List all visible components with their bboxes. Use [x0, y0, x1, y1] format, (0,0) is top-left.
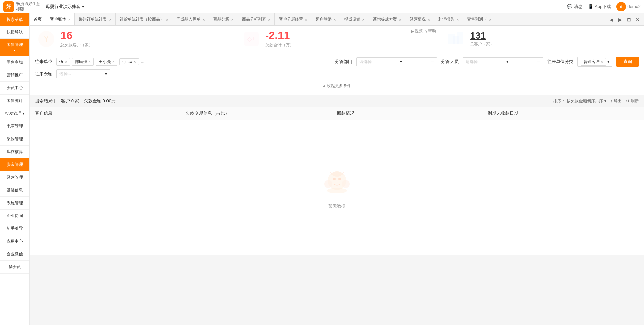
svg-point-14 [342, 180, 350, 188]
sidebar-item-vip-member[interactable]: 畅会员 [0, 261, 29, 274]
tab-close-icon[interactable]: × [68, 17, 70, 22]
sidebar-item-retail-stats[interactable]: 零售统计 [0, 95, 29, 107]
sidebar-item-ecommerce[interactable]: 电商管理 [0, 120, 29, 133]
sort-select[interactable]: 排序： 按欠款金额倒序排序 ▾ [553, 98, 606, 104]
tab-profit-report[interactable]: 利润报告 × [434, 13, 463, 26]
sidebar-item-inventory[interactable]: 库存核算 [0, 146, 29, 158]
tab-customer-contact[interactable]: 客户联络 × [311, 13, 340, 26]
filter-tag-unit1[interactable]: 伍 × [56, 58, 70, 66]
tab-close-icon[interactable]: × [399, 17, 401, 22]
tab-product-analysis-list[interactable]: 商品分析列表 × [238, 13, 274, 26]
empty-text: 暂无数据 [328, 203, 346, 209]
tab-close-icon[interactable]: × [109, 17, 111, 22]
col-owe-info: 欠款交易信息（占比） [186, 110, 337, 116]
stat-help: ▶ 视频 ? 帮助 [411, 28, 436, 34]
avatar: d [616, 2, 626, 11]
tab-close-icon[interactable]: × [231, 17, 233, 22]
sub-dept-select[interactable]: 请选择 ▾ ··· [356, 57, 437, 66]
content-area: 首页 客户账本 × 采购订单统计表 × 进货单统计表（按商品） × 产成品入库单… [30, 26, 644, 312]
chevron-down-icon: ▾ [607, 59, 609, 64]
total-customers-label: 总客户（家） [470, 41, 494, 47]
tab-close-all-btn[interactable]: ✕ [634, 16, 641, 23]
stat-owe-customers-values: 16 总欠款客户（家） [60, 30, 93, 48]
balance-select[interactable]: 选择... ▾ [56, 69, 110, 78]
message-btn[interactable]: 💬 消息 [567, 4, 583, 10]
chevron-down-icon: ▾ [14, 49, 15, 52]
tab-next-btn[interactable]: ▶ [616, 16, 624, 23]
sidebar-item-biz-wechat[interactable]: 企业微信 [0, 248, 29, 261]
tab-close-icon[interactable]: × [305, 17, 307, 22]
tab-retail-profit[interactable]: 零售利润（ × [463, 13, 496, 26]
tab-purchase-stats[interactable]: 采购订单统计表 × [75, 13, 115, 26]
sidebar-search-btn[interactable]: 搜索菜单 [0, 13, 29, 26]
filter-row-unit: 往来单位 伍 × 陈民强 × 王小亮 × cjttcw × ... [35, 57, 639, 67]
tab-close-icon[interactable]: × [428, 17, 430, 22]
tab-customer-accounts[interactable]: 客户账本 × [46, 13, 75, 26]
filter-tag-unit3[interactable]: 王小亮 × [96, 58, 117, 66]
tag-close-icon[interactable]: × [601, 60, 603, 64]
tab-close-icon[interactable]: × [268, 17, 270, 22]
tag-close-icon[interactable]: × [112, 60, 114, 64]
tab-close-icon[interactable]: × [166, 17, 168, 22]
sidebar-item-basic-info[interactable]: 基础信息 [0, 184, 29, 197]
sub-manager-select[interactable]: 请选择 ▾ ··· [463, 57, 543, 66]
chevron-down-icon: ▾ [506, 59, 508, 64]
sidebar-item-retail-mgmt[interactable]: 零售管理 ▾ [0, 39, 29, 56]
tab-inbound-stats[interactable]: 进货单统计表（按商品） × [116, 13, 172, 26]
tab-home[interactable]: 首页 [30, 13, 46, 26]
logo-area: 好 畅捷通好生意 标版 [3, 1, 40, 12]
table-header: 客户信息 欠款交易信息（占比） 回款情况 到期未收款日期 [30, 107, 644, 120]
sidebar-item-finance[interactable]: 资金管理 [0, 158, 29, 171]
total-customers-icon [447, 30, 465, 48]
classify-tag-normal[interactable]: 普通客户 × [581, 58, 606, 66]
tag-close-icon[interactable]: × [65, 60, 67, 64]
export-btn[interactable]: ↑ 导出 [610, 98, 622, 104]
tab-product-analysis[interactable]: 商品分析 × [209, 13, 238, 26]
tab-close-icon[interactable]: × [457, 17, 459, 22]
chevron-down-icon: ▾ [604, 99, 606, 103]
sidebar-item-new-guide[interactable]: 新手引导 [0, 222, 29, 235]
tab-close-icon[interactable]: × [489, 17, 491, 22]
sidebar-item-sys-mgmt[interactable]: 系统管理 [0, 197, 29, 210]
table-body: 暂无数据 [30, 120, 644, 255]
stat-total-customers-values: 131 总客户（家） [470, 31, 494, 47]
svg-point-15 [324, 180, 332, 188]
chevron-down-icon: ▾ [400, 59, 402, 64]
sidebar-item-wholesale-mgmt[interactable]: 批发管理 ▾ [0, 107, 29, 120]
tab-close-icon[interactable]: × [362, 17, 364, 22]
tab-enhance-settings[interactable]: 提成设置 × [340, 13, 369, 26]
col-customer-info: 客户信息 [35, 110, 186, 116]
help-btn[interactable]: ? 帮助 [425, 28, 436, 34]
tab-close-icon[interactable]: × [203, 17, 205, 22]
tab-cost-inbound[interactable]: 产成品入库单 × [172, 13, 209, 26]
tab-customer-segment[interactable]: 客户分层经营 × [275, 13, 311, 26]
sidebar-item-operations[interactable]: 经营管理 [0, 171, 29, 184]
sidebar-item-enterprise[interactable]: 企业协同 [0, 210, 29, 222]
tag-close-icon[interactable]: × [88, 60, 90, 64]
filter-more-btn[interactable]: ... [141, 59, 144, 64]
sidebar-item-retail-mall[interactable]: 零售商城 [0, 56, 29, 69]
sidebar-item-membership[interactable]: 会员中心 [0, 82, 29, 95]
owe-amount-icon: ◇+ [243, 30, 260, 48]
video-help-btn[interactable]: ▶ 视频 [411, 28, 423, 34]
collapse-filter-btn[interactable]: ∧ 收起更多条件 [35, 81, 639, 91]
classify-select[interactable]: 普通客户 × ▾ [577, 57, 612, 67]
data-table: 客户信息 欠款交易信息（占比） 回款情况 到期未收款日期 [30, 107, 644, 255]
tab-new-enhance[interactable]: 新增提成方案 × [369, 13, 405, 26]
sidebar-item-purchase[interactable]: 采购管理 [0, 133, 29, 146]
tab-close-icon[interactable]: × [334, 17, 336, 22]
user-profile-btn[interactable]: d demo2 [616, 2, 641, 11]
sidebar-item-fast-nav[interactable]: 快捷导航 [0, 26, 29, 39]
store-selector[interactable]: 母婴行业演示账套 ▾ [43, 4, 87, 10]
tag-close-icon[interactable]: × [134, 60, 136, 64]
tab-expand-btn[interactable]: ⊞ [625, 16, 633, 23]
query-button[interactable]: 查询 [616, 57, 639, 67]
sidebar-item-marketing[interactable]: 营销推广 [0, 69, 29, 82]
tab-prev-btn[interactable]: ◀ [608, 16, 615, 23]
refresh-btn[interactable]: ↺ 刷新 [626, 98, 639, 104]
filter-tag-unit4[interactable]: cjttcw × [119, 58, 139, 65]
filter-tag-unit2[interactable]: 陈民强 × [72, 58, 93, 66]
tab-operations-status[interactable]: 经营情况 × [405, 13, 434, 26]
app-download-btn[interactable]: 📱 App下载 [588, 4, 611, 10]
sidebar-item-app-center[interactable]: 应用中心 [0, 235, 29, 248]
